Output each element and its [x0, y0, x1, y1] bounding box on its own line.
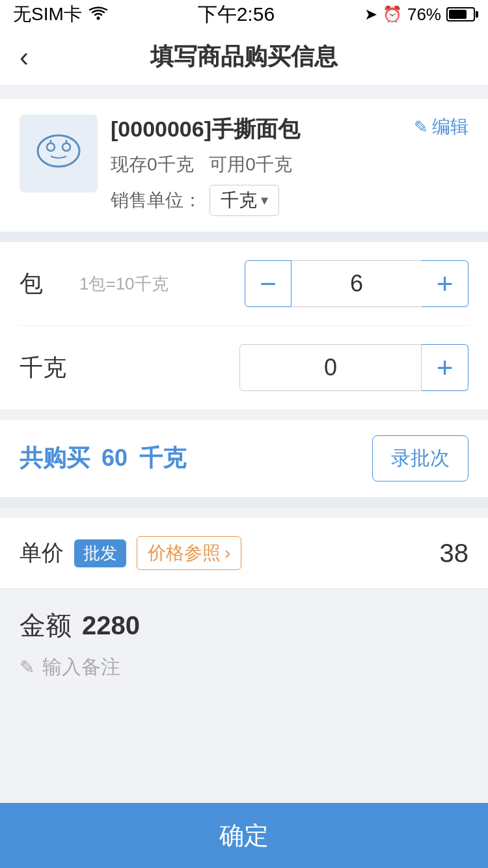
- kg-stepper: +: [239, 344, 468, 391]
- input-section: 包 1包=10千克 − + 千克 +: [0, 242, 488, 409]
- section-divider-1: [0, 232, 488, 242]
- nav-bar: ‹ 填写商品购买信息: [0, 29, 488, 86]
- wifi-icon: [88, 4, 108, 25]
- product-unit-row: 销售单位： 千克 ▾: [111, 185, 468, 216]
- kg-input-row: 千克 +: [20, 326, 468, 409]
- main-content: [0000006]手撕面包 现存0千克 可用0千克 销售单位： 千克 ▾ ✎ 编…: [0, 99, 488, 766]
- confirm-button[interactable]: 确定: [0, 803, 488, 868]
- svg-point-0: [96, 17, 100, 20]
- status-carrier: 无SIM卡: [13, 2, 108, 27]
- edit-pencil-icon: ✎: [414, 117, 428, 137]
- package-increment-button[interactable]: +: [422, 260, 468, 307]
- battery-icon: [446, 7, 475, 21]
- section-divider-2: [0, 497, 488, 508]
- package-hint: 1包=10千克: [79, 273, 245, 295]
- status-bar: 无SIM卡 下午2:56 ➤ ⏰ 76%: [0, 0, 488, 29]
- kg-input[interactable]: [239, 344, 422, 391]
- package-input-row: 包 1包=10千克 − +: [20, 242, 468, 326]
- batch-button[interactable]: 录批次: [372, 435, 468, 481]
- product-image: [20, 115, 98, 193]
- amount-section: 金额 2280 ✎ 输入备注: [0, 590, 488, 688]
- price-ref-label: 价格参照: [148, 541, 221, 565]
- status-time: 下午2:56: [198, 1, 275, 28]
- status-right-icons: ➤ ⏰ 76%: [364, 5, 475, 25]
- svg-point-2: [47, 143, 55, 151]
- kg-increment-button[interactable]: +: [422, 344, 468, 391]
- price-value: 38: [440, 539, 469, 568]
- unit-dropdown-icon: ▾: [261, 192, 268, 209]
- package-decrement-button[interactable]: −: [245, 260, 291, 307]
- product-card: [0000006]手撕面包 现存0千克 可用0千克 销售单位： 千克 ▾ ✎ 编…: [0, 99, 488, 232]
- amount-value: 2280: [82, 611, 140, 640]
- edit-label: 编辑: [432, 115, 468, 139]
- kg-plus-icon: +: [437, 351, 454, 384]
- package-input[interactable]: [291, 260, 422, 307]
- kg-label: 千克: [20, 352, 72, 384]
- price-tag-batch: 批发: [74, 539, 126, 567]
- plus-icon: +: [437, 267, 454, 300]
- price-label: 单价: [20, 538, 64, 568]
- available-text: 可用0千克: [209, 154, 292, 174]
- price-reference-button[interactable]: 价格参照 ›: [137, 536, 241, 570]
- confirm-label: 确定: [219, 819, 269, 852]
- price-ref-arrow-icon: ›: [224, 543, 230, 563]
- edit-button[interactable]: ✎ 编辑: [414, 115, 468, 139]
- summary-unit: 千克: [139, 444, 186, 471]
- page-title: 填写商品购买信息: [150, 41, 338, 73]
- price-section: 单价 批发 价格参照 › 38: [0, 518, 488, 588]
- svg-point-3: [62, 143, 70, 151]
- unit-value: 千克: [221, 188, 257, 213]
- alarm-icon: ⏰: [383, 5, 402, 23]
- amount-label: 金额: [20, 608, 72, 644]
- package-label: 包: [20, 268, 72, 300]
- minus-icon: −: [260, 267, 277, 300]
- summary-text: 共购买 60 千克: [20, 442, 186, 474]
- battery-percentage: 76%: [407, 5, 441, 25]
- back-button[interactable]: ‹: [20, 42, 29, 73]
- carrier-text: 无SIM卡: [13, 2, 82, 27]
- unit-label: 销售单位：: [111, 188, 202, 213]
- package-stepper: − +: [245, 260, 468, 307]
- product-stock: 现存0千克 可用0千克: [111, 152, 468, 177]
- summary-quantity: 60: [102, 444, 128, 471]
- pencil-icon: ✎: [20, 657, 34, 678]
- summary-label: 共购买: [20, 444, 90, 471]
- note-row[interactable]: ✎ 输入备注: [20, 654, 468, 681]
- location-icon: ➤: [364, 5, 377, 23]
- product-logo: [33, 131, 85, 176]
- summary-section: 共购买 60 千克 录批次: [0, 420, 488, 497]
- svg-point-1: [38, 135, 79, 167]
- amount-row: 金额 2280: [20, 608, 468, 644]
- note-placeholder: 输入备注: [42, 654, 120, 681]
- unit-select[interactable]: 千克 ▾: [210, 185, 279, 216]
- stock-text: 现存0千克: [111, 154, 194, 174]
